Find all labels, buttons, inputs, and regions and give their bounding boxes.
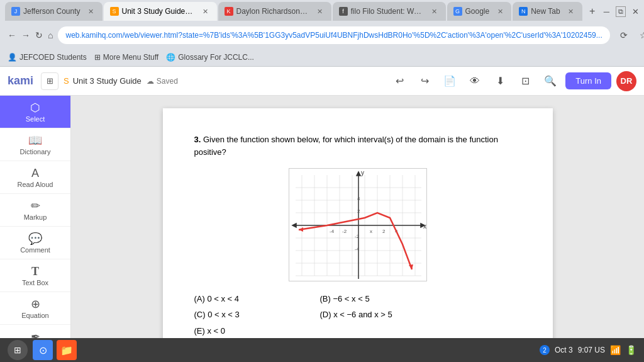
tab-close-icon[interactable]: ✕ xyxy=(430,6,440,16)
function-line xyxy=(299,213,412,269)
taskbar-time: 9:07 US xyxy=(578,346,605,354)
globe-icon: 🌐 xyxy=(166,53,175,62)
back-button[interactable]: ← xyxy=(8,26,16,44)
tab-title: Daylon Richardson - U... xyxy=(236,7,309,16)
saved-status: ☁ Saved xyxy=(147,77,178,86)
document-viewer-icon[interactable]: 📄 xyxy=(440,71,460,91)
bookmark-jefcoed[interactable]: 👤 JEFCOED Students xyxy=(8,53,87,62)
tab-close-icon[interactable]: ✕ xyxy=(86,6,96,16)
document-page: 3. Given the function shown below, for w… xyxy=(163,108,553,362)
svg-text:4: 4 xyxy=(357,196,360,201)
cloud-icon: ☁ xyxy=(147,77,154,86)
download-icon[interactable]: ⬇ xyxy=(490,71,510,91)
graph-container: x y 2 4 x -4 -2 2 4 -2 -4 xyxy=(194,168,521,281)
x-axis-label: x xyxy=(423,223,426,230)
notification-badge[interactable]: 2 xyxy=(540,345,550,355)
bookmark-icon: 👤 xyxy=(8,53,17,62)
avatar[interactable]: DR xyxy=(616,71,636,91)
tab-close-icon[interactable]: ✕ xyxy=(315,6,325,16)
share-icon[interactable]: ⊡ xyxy=(515,71,535,91)
svg-text:-2: -2 xyxy=(355,234,360,239)
y-axis-label: y xyxy=(361,169,364,176)
taskbar-date: Oct 3 xyxy=(555,346,573,354)
tab-daylon[interactable]: K Daylon Richardson - U... ✕ xyxy=(218,2,331,21)
tab-close-icon[interactable]: ✕ xyxy=(566,6,576,16)
answer-row-2: (C) 0 < x < 3 (D) x < −6 and x > 5 xyxy=(194,307,521,322)
svg-marker-32 xyxy=(292,223,296,227)
tab-close-icon[interactable]: ✕ xyxy=(495,6,505,16)
doc-type-icon: S xyxy=(64,76,69,86)
star-icon[interactable]: ☆ xyxy=(635,26,644,44)
markup-icon: ✏ xyxy=(31,200,40,212)
svg-text:2: 2 xyxy=(357,208,360,214)
tab-google[interactable]: G Google ✕ xyxy=(447,2,512,21)
sidebar-item-dictionary[interactable]: 📖 Dictionary xyxy=(0,128,70,161)
sidebar-label-dictionary: Dictionary xyxy=(20,148,51,156)
chrome-icon: ⊙ xyxy=(39,344,47,356)
undo-button[interactable]: ↩ xyxy=(389,71,409,91)
search-icon[interactable]: 🔍 xyxy=(540,71,560,91)
windows-icon: ⊞ xyxy=(14,345,21,355)
sidebar-label-markup: Markup xyxy=(24,213,47,221)
sidebar-label-read-aloud: Read Aloud xyxy=(18,181,53,188)
taskbar-files-icon[interactable]: 📁 xyxy=(57,340,77,360)
sidebar-item-select[interactable]: ⬡ Select xyxy=(0,96,70,128)
tab-title: Unit 3 Study Guide | S... xyxy=(122,7,195,16)
x-axis-left-arrow xyxy=(292,223,296,227)
saved-label: Saved xyxy=(157,77,178,86)
kami-logo: kami xyxy=(8,74,33,88)
bookmark-more-menu[interactable]: ⊞ More Menu Stuff xyxy=(94,53,159,62)
tab-jefferson-county[interactable]: J Jefferson County ✕ xyxy=(5,2,103,21)
cast-icon[interactable]: ⟳ xyxy=(615,26,633,44)
tab-favicon: G xyxy=(453,7,462,16)
eye-icon[interactable]: 👁 xyxy=(465,71,485,91)
kami-right-controls: ↩ ↪ 📄 👁 ⬇ ⊡ 🔍 Turn In DR xyxy=(389,71,636,91)
question-number: 3. xyxy=(194,135,201,144)
taskbar-chrome-icon[interactable]: ⊙ xyxy=(33,340,53,360)
tab-filo[interactable]: f filo Filo Student: World's ✕ xyxy=(333,2,446,21)
tab-new-tab[interactable]: N New Tab ✕ xyxy=(513,2,582,21)
turn-in-button[interactable]: Turn In xyxy=(565,72,611,89)
answer-row-3: (E) x < 0 xyxy=(194,324,521,338)
doc-icon-symbol: ⊞ xyxy=(47,76,53,86)
browser-toolbar-icons: ⟳ ☆ ⊞ 👤 ⋮ xyxy=(615,26,644,44)
sidebar-item-text-box[interactable]: T Text Box xyxy=(0,259,70,292)
tab-favicon: S xyxy=(110,7,119,16)
svg-text:2: 2 xyxy=(382,229,386,234)
tab-study-guide[interactable]: S Unit 3 Study Guide | S... ✕ xyxy=(104,2,217,21)
taskbar-right: 2 Oct 3 9:07 US 📶 🔋 xyxy=(540,345,636,355)
start-button[interactable]: ⊞ xyxy=(8,340,28,360)
close-window-icon[interactable]: ✕ xyxy=(632,7,639,16)
forward-button[interactable]: → xyxy=(21,26,30,44)
bookmark-label: JEFCOED Students xyxy=(19,53,87,62)
tab-close-icon[interactable]: ✕ xyxy=(201,6,211,16)
select-icon: ⬡ xyxy=(30,102,40,113)
svg-marker-21 xyxy=(357,172,360,176)
bookmark-label: Glossary For JCCLC... xyxy=(178,53,254,62)
address-input[interactable]: web.kamihq.com/web/viewer.html?state=%7B… xyxy=(58,26,609,44)
sidebar-item-comment[interactable]: 💬 Comment xyxy=(0,227,70,259)
tab-favicon: N xyxy=(519,7,528,16)
function-arrow-left xyxy=(299,227,303,232)
battery-icon: 🔋 xyxy=(626,345,636,355)
answer-choice-b: (B) −6 < x < 5 xyxy=(320,291,396,306)
sidebar-item-equation[interactable]: ⊕ Equation xyxy=(0,292,70,325)
bookmark-glossary[interactable]: 🌐 Glossary For JCCLC... xyxy=(166,53,254,62)
minimize-icon[interactable]: ─ xyxy=(604,7,609,16)
svg-text:-2: -2 xyxy=(342,229,347,234)
document-icon[interactable]: ⊞ xyxy=(41,72,58,90)
new-tab-button[interactable]: + xyxy=(584,3,601,20)
browser-chrome: J Jefferson County ✕ S Unit 3 Study Guid… xyxy=(0,0,644,67)
answer-row-1: (A) 0 < x < 4 (B) −6 < x < 5 xyxy=(194,291,521,306)
sidebar-item-markup[interactable]: ✏ Markup xyxy=(0,194,70,227)
doc-title-text: Unit 3 Study Guide xyxy=(73,76,142,86)
reload-button[interactable]: ↻ xyxy=(35,26,43,44)
sidebar-item-read-aloud[interactable]: A Read Aloud xyxy=(0,161,70,194)
restore-icon[interactable]: ⧉ xyxy=(616,6,626,17)
address-text: web.kamihq.com/web/viewer.html?state=%7B… xyxy=(65,31,602,40)
home-button[interactable]: ⌂ xyxy=(48,26,53,44)
redo-button[interactable]: ↪ xyxy=(414,71,435,91)
apps-icon: ⊞ xyxy=(94,53,101,62)
tab-favicon: f xyxy=(339,7,348,16)
answer-choice-a: (A) 0 < x < 4 xyxy=(194,291,270,306)
